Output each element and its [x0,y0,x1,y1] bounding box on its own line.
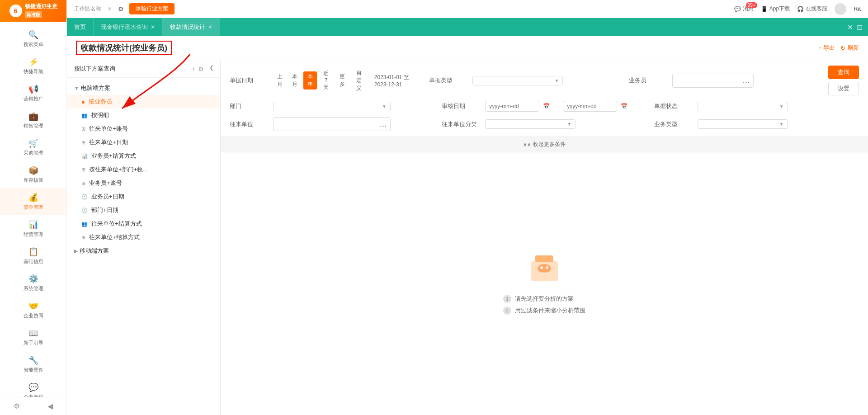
hint-item-2: 2 用过滤条件来缩小分析范围 [503,307,585,315]
tree-item-label-7: 业务员+日期 [91,193,124,201]
message-icon: 💬 [734,6,741,12]
collapse-bar[interactable]: ∧∧ 收起更多条件 [221,137,868,152]
refresh-icon: ↻ [840,45,845,52]
main-wrapper: 首页 现金银行流水查询 ✕ 收款情况统计 ✕ ✕ ⊡ 收款情况统计(按业务员) … [67,18,868,415]
doc-status-select[interactable]: ▼ [698,102,788,111]
date-tab-more[interactable]: 更多 [335,71,349,90]
sidebar-item-system[interactable]: ⚙️ 系统管理 [0,269,66,297]
doc-type-select[interactable]: ▼ [472,76,563,85]
counterpart-cat-control: ▼ [485,119,646,129]
tree-item-sales-account[interactable]: ⊞ 业务员+账号 [67,176,220,190]
collab-icon: 🤝 [28,301,38,311]
review-date-from[interactable] [485,101,539,112]
date-tab-thismonth[interactable]: 本月 [288,71,302,90]
sidebar-logo: 6 畅捷通好生意 标准版 [0,0,66,22]
empty-svg [526,250,562,286]
data-area: 1 请先选择要分析的方案 2 用过滤条件来缩小分析范围 [221,152,868,415]
tree-item-dept-date[interactable]: 🕐 部门+日期 [67,203,220,217]
query-btn-group: 查询 设置 [828,66,859,95]
tree-item-sales-date[interactable]: 🕐 业务员+日期 [67,190,220,203]
trial-btn[interactable]: 体验行业方案 [129,3,175,14]
filter-settings-btn[interactable]: 设置 [828,82,859,95]
review-date-to[interactable] [563,101,617,112]
date-tab-lastmonth[interactable]: 上月 [273,71,287,90]
tree-item-sales-settlement[interactable]: 📊 业务员+结算方式 [67,149,220,163]
collapse-icon: ∧∧ [523,141,531,148]
brand-name: 畅捷通好生意 [25,3,57,10]
messages-btn[interactable]: 💬 消息 99+ [734,5,754,13]
tab-close-window-btn[interactable]: ✕ [847,23,853,32]
salesperson-select[interactable]: ... [672,74,754,88]
gear-icon[interactable]: ⚙ [118,5,124,13]
counterpart-more-btn[interactable]: ... [380,119,387,129]
biz-type-chevron: ▼ [779,122,784,127]
tab-receipt-close[interactable]: ✕ [208,24,212,30]
tree-item-icon-1: 👥 [81,113,88,118]
doc-type-chevron: ▼ [554,78,559,83]
counterpart-select[interactable]: ... [273,117,391,131]
sidebar-item-sales[interactable]: 💼 销售管理 [0,107,66,134]
sidebar-item-hardware[interactable]: 🔧 智能硬件 [0,351,66,378]
sidebar-label-operation: 经营管理 [24,231,43,238]
panel-collapse-btn[interactable]: 《 [207,65,213,73]
sidebar-item-guide[interactable]: 📖 新手引导 [0,324,66,351]
date-tab-custom[interactable]: 自定义 [351,68,367,94]
sidebar-item-collab[interactable]: 🤝 企业协同 [0,297,66,324]
date-tab-thisyear[interactable]: 本年 [303,71,317,90]
tab-cashflow-close[interactable]: ✕ [151,24,155,30]
logo-text: 畅捷通好生意 标准版 [25,3,57,18]
export-btn[interactable]: ↑ 导出 [819,44,835,52]
tree-item-label-10: 往来单位+结算方式 [89,233,140,241]
counterpart-cat-select[interactable]: ▼ [485,119,576,129]
sidebar-item-search[interactable]: 🔍 搜索菜单 [0,25,66,52]
biz-type-control: ▼ [698,119,859,129]
sidebar-settings-btn[interactable]: ⚙ [14,402,20,410]
hint-item-1: 1 请先选择要分析的方案 [503,295,585,303]
sidebar-item-quicknav[interactable]: ⚡ 快捷导航 [0,52,66,80]
page-header: 收款情况统计(按业务员) ↑ 导出 ↻ 刷新 [67,36,868,60]
tab-home[interactable]: 首页 [67,18,94,36]
panel-header: 按以下方案查询 + ⚙ 《 [67,60,220,78]
tab-receipt[interactable]: 收款情况统计 ✕ [163,18,220,36]
counterpart-cat-label: 往来单位分类 [442,120,478,128]
salesperson-more-btn[interactable]: ... [743,76,750,85]
sidebar-item-inventory[interactable]: 📦 库存核算 [0,161,66,188]
tab-cashflow[interactable]: 现金银行流水查询 ✕ [94,18,163,36]
doc-status-label: 单据状态 [654,102,690,110]
sidebar-item-wechat[interactable]: 💬 企业微信 [0,378,66,397]
tree-item-by-salesperson[interactable]: ● 按业务员 [67,95,220,108]
biz-type-select[interactable]: ▼ [698,119,788,129]
query-btn[interactable]: 查询 [828,66,859,79]
tree-item-counterpart-account[interactable]: ⊞ 往来单位+账号 [67,122,220,136]
basic-icon: 📋 [28,247,38,257]
tree-item-counterpart-settle1[interactable]: 👥 往来单位+结算方式 [67,217,220,231]
online-service-btn[interactable]: 🎧 在线客服 [797,5,827,13]
sidebar-item-marketing[interactable]: 📢 营销推广 [0,80,66,107]
sidebar-collapse-btn[interactable]: ◀ [47,402,53,410]
panel-add-btn[interactable]: + [192,65,195,73]
app-download-btn[interactable]: 📱 App下载 [761,5,790,13]
dept-select[interactable]: ▼ [273,102,391,111]
tab-maximize-btn[interactable]: ⊡ [857,23,863,32]
tree-item-detail[interactable]: 👥 按明细 [67,108,220,122]
sidebar-item-purchase[interactable]: 🛒 采购管理 [0,134,66,161]
user-avatar[interactable] [835,3,846,15]
svg-rect-1 [535,255,553,262]
dept-label: 部门 [230,102,266,110]
tree-item-counterpart-settle2[interactable]: ⊞ 往来单位+结算方式 [67,231,220,244]
purchase-icon: 🛒 [28,138,38,148]
sidebar-item-operation[interactable]: 📊 经营管理 [0,215,66,242]
export-icon: ↑ [819,45,822,52]
panel-settings-btn[interactable]: ⚙ [198,65,204,73]
tree-item-counterpart-dept[interactable]: ⊞ 按往来单位+部门+收... [67,163,220,176]
tree-group-mobile[interactable]: ▶ 移动端方案 [67,244,220,258]
tree-group-pc[interactable]: ▼ 电脑端方案 [67,81,220,95]
sidebar-item-finance[interactable]: 💰 资金管理 [0,188,66,215]
sidebar-label-quicknav: 快捷导航 [24,68,43,75]
sidebar-item-basic[interactable]: 📋 基础信息 [0,242,66,269]
tree-item-counterpart-date[interactable]: ⊞ 往来单位+日期 [67,136,220,149]
tab-bar: 首页 现金银行流水查询 ✕ 收款情况统计 ✕ ✕ ⊡ [67,18,868,36]
refresh-btn[interactable]: ↻ 刷新 [840,44,859,52]
date-tab-7days[interactable]: 近7天 [319,68,334,93]
finance-icon: 💰 [28,193,38,203]
